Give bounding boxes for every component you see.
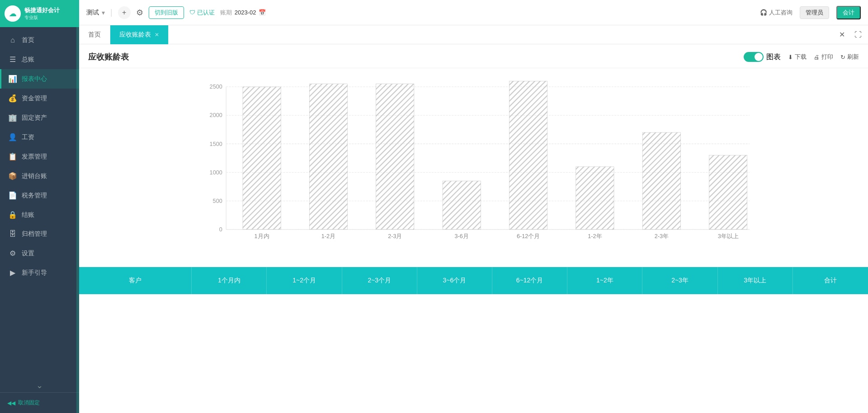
page-header: 应收账龄表 图表 ⬇ 下载 🖨 打印 <box>79 44 868 68</box>
svg-text:2000: 2000 <box>210 112 222 118</box>
dropdown-icon: ▾ <box>102 9 105 16</box>
expand-btn[interactable]: ⛶ <box>852 28 864 41</box>
sidebar-item-ledger[interactable]: ☰ 总账 <box>0 50 79 69</box>
switch-version-btn[interactable]: 切到旧版 <box>149 6 184 19</box>
period-label: 账期 <box>220 9 232 17</box>
add-project-btn[interactable]: + <box>118 6 131 19</box>
sidebar-item-reports[interactable]: 📊 报表中心 <box>0 69 79 89</box>
svg-text:1500: 1500 <box>210 141 222 147</box>
consult-btn[interactable]: 🎧 人工咨询 <box>760 9 793 17</box>
shield-icon: 🛡 <box>189 9 195 16</box>
calendar-icon[interactable]: 📅 <box>259 9 266 16</box>
sidebar-item-label-purchase: 进销台账 <box>22 172 47 180</box>
svg-text:2-3月: 2-3月 <box>388 233 402 239</box>
download-btn[interactable]: ⬇ 下载 <box>788 53 807 61</box>
toggle-track[interactable] <box>744 52 764 62</box>
period-info: 账期 2023-02 📅 <box>220 9 266 17</box>
headset-icon: 🎧 <box>760 9 767 16</box>
svg-text:3-6月: 3-6月 <box>455 233 469 239</box>
guide-icon: ▶ <box>8 268 17 277</box>
sidebar-item-invoice[interactable]: 📋 发票管理 <box>0 147 79 166</box>
table-header-cell-9: 合计 <box>793 267 868 294</box>
logo-icon: ☁ <box>5 5 21 22</box>
cancel-pin-btn[interactable]: ◀◀ 取消固定 <box>5 396 75 409</box>
cancel-pin-label: 取消固定 <box>18 399 40 407</box>
funds-icon: 💰 <box>8 94 17 103</box>
chart-toggle[interactable]: 图表 <box>744 52 781 62</box>
svg-rect-19 <box>376 84 414 230</box>
assets-icon: 🏢 <box>8 113 17 122</box>
print-label: 打印 <box>821 53 833 61</box>
sidebar-nav: ⌂ 首页 ☰ 总账 📊 报表中心 💰 资金管理 🏢 固定资产 👤 工资 📋 发票… <box>0 27 79 379</box>
sidebar-item-purchase[interactable]: 📦 进销台账 <box>0 166 79 186</box>
tab-ar-aging[interactable]: 应收账龄表 ✕ <box>110 25 169 44</box>
pin-icon: ◀◀ <box>7 400 15 406</box>
sidebar-item-label-settings: 设置 <box>22 249 34 258</box>
period-value: 2023-02 <box>235 9 256 16</box>
sidebar-item-settings[interactable]: ⚙ 设置 <box>0 244 79 263</box>
logo-title: 畅捷通好会计 <box>24 6 60 14</box>
user-btn[interactable]: 管理员 <box>800 6 829 19</box>
refresh-btn[interactable]: ↻ 刷新 <box>840 53 859 61</box>
close-icon: 🔒 <box>8 211 17 219</box>
topbar: 测试 ▾ | + ⚙ 切到旧版 🛡 已认证 账期 2023-02 📅 🎧 人工咨… <box>79 0 868 25</box>
close-window-btn[interactable]: ✕ <box>835 28 848 41</box>
svg-rect-25 <box>576 167 614 230</box>
svg-text:0: 0 <box>219 226 222 233</box>
accountant-btn[interactable]: 会计 <box>836 6 861 19</box>
sidebar-item-tax[interactable]: 📄 税务管理 <box>0 186 79 205</box>
sidebar-bottom: ◀◀ 取消固定 <box>0 392 79 413</box>
sidebar-item-label-invoice: 发票管理 <box>22 153 47 161</box>
sidebar-item-label-assets: 固定资产 <box>22 114 47 122</box>
sidebar-item-payroll[interactable]: 👤 工资 <box>0 127 79 147</box>
page-title: 应收账龄表 <box>88 52 129 62</box>
table-header-cell-7: 2~3年 <box>642 267 717 294</box>
sidebar-scroll-down[interactable]: ⌄ <box>0 379 79 392</box>
settings-icon[interactable]: ⚙ <box>136 8 143 18</box>
chart-container: 0 500 1000 1500 2000 2500 <box>93 77 854 258</box>
svg-text:1000: 1000 <box>210 169 222 176</box>
tabbar: 首页 应收账龄表 ✕ ✕ ⛶ <box>79 25 868 44</box>
table-header-cell-8: 3年以上 <box>718 267 793 294</box>
page-container: 应收账龄表 图表 ⬇ 下载 🖨 打印 <box>79 44 868 413</box>
svg-text:500: 500 <box>213 198 222 204</box>
sidebar-item-home[interactable]: ⌂ 首页 <box>0 31 79 50</box>
sidebar-item-guide[interactable]: ▶ 新手引导 <box>0 263 79 282</box>
tab-home-label: 首页 <box>88 31 101 39</box>
table-header: 客户1个月内1~2个月2~3个月3~6个月6~12个月1~2年2~3年3年以上合… <box>79 267 868 294</box>
svg-rect-23 <box>509 81 547 229</box>
download-label: 下载 <box>795 53 807 61</box>
svg-text:3年以上: 3年以上 <box>718 233 739 239</box>
settings-icon: ⚙ <box>8 249 17 258</box>
home-icon: ⌂ <box>8 36 17 44</box>
project-name: 测试 <box>86 9 99 17</box>
table-header-cell-2: 1~2个月 <box>267 267 342 294</box>
invoice-icon: 📋 <box>8 152 17 161</box>
payroll-icon: 👤 <box>8 133 17 141</box>
certified-badge: 🛡 已认证 <box>189 9 215 17</box>
refresh-icon: ↻ <box>840 54 845 61</box>
sidebar-item-label-archive: 归档管理 <box>22 230 47 238</box>
sidebar-item-close[interactable]: 🔒 结账 <box>0 205 79 225</box>
bar-chart-svg: 0 500 1000 1500 2000 2500 <box>93 77 854 258</box>
reports-icon: 📊 <box>8 75 17 83</box>
tabbar-actions: ✕ ⛶ <box>835 28 868 41</box>
sidebar-item-label-home: 首页 <box>22 36 34 44</box>
print-icon: 🖨 <box>814 54 820 61</box>
sidebar-item-funds[interactable]: 💰 资金管理 <box>0 89 79 108</box>
svg-rect-15 <box>243 87 281 230</box>
svg-text:1-2年: 1-2年 <box>588 233 602 239</box>
tab-home[interactable]: 首页 <box>79 25 110 44</box>
archive-icon: 🗄 <box>8 230 17 238</box>
table-header-cell-4: 3~6个月 <box>417 267 492 294</box>
tab-ar-aging-close[interactable]: ✕ <box>155 32 159 38</box>
print-btn[interactable]: 🖨 打印 <box>814 53 833 61</box>
sidebar-item-label-close: 结账 <box>22 211 34 219</box>
sidebar-item-label-reports: 报表中心 <box>22 75 47 83</box>
sidebar-item-assets[interactable]: 🏢 固定资产 <box>0 108 79 127</box>
table-header-cell-0: 客户 <box>79 267 192 294</box>
sidebar-item-archive[interactable]: 🗄 归档管理 <box>0 225 79 244</box>
project-selector[interactable]: 测试 ▾ <box>86 9 105 17</box>
svg-rect-21 <box>443 181 481 229</box>
main-area: 测试 ▾ | + ⚙ 切到旧版 🛡 已认证 账期 2023-02 📅 🎧 人工咨… <box>79 0 868 413</box>
